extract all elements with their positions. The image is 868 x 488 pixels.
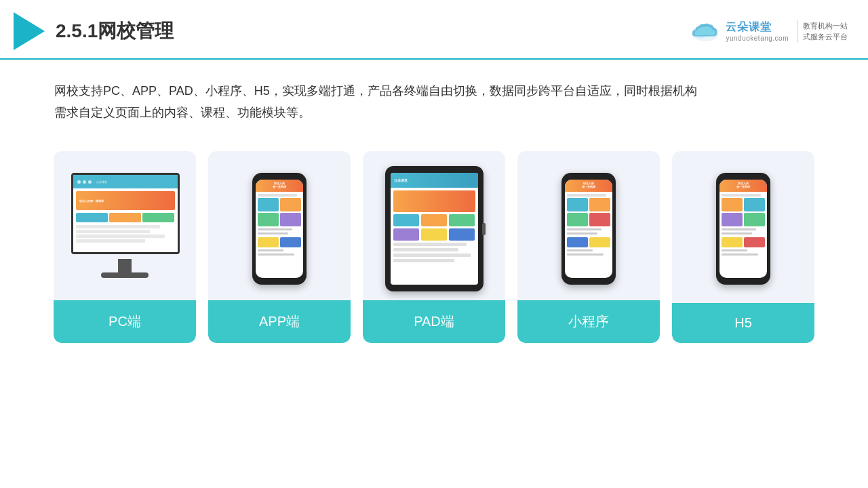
card-miniapp: 职达人的第一堂网课 [517, 151, 660, 343]
card-pc: 云朵课堂 职达人的第一堂网课 [54, 151, 196, 343]
brand-slogan: 教育机构一站式服务云平台 [797, 20, 848, 43]
phone-mockup-h5: 职达人的第一堂网课 [716, 173, 770, 285]
card-pc-label: PC端 [54, 300, 196, 343]
tablet-mockup: 云朵课堂 [385, 166, 484, 291]
card-pad-label: PAD端 [363, 300, 505, 343]
description-text: 网校支持PC、APP、PAD、小程序、H5，实现多端打通，产品各终端自由切换，数… [54, 80, 814, 124]
card-app-label: APP端 [208, 300, 351, 343]
page-header: 2.5.1网校管理 云朵课堂 yunduoketang.com 教育机构一站式服… [0, 0, 868, 60]
brand-domain: yunduoketang.com [726, 35, 789, 42]
brand-name: 云朵课堂 [726, 20, 772, 35]
card-app-image: 职达人的第一堂网课 [208, 151, 351, 300]
card-pc-image: 云朵课堂 职达人的第一堂网课 [54, 151, 196, 300]
card-h5: 职达人的第一堂网课 [672, 151, 814, 343]
card-h5-image: 职达人的第一堂网课 [672, 151, 814, 300]
page-title: 2.5.1网校管理 [56, 18, 174, 44]
brand-text: 云朵课堂 yunduoketang.com [726, 20, 789, 42]
cloud-icon [689, 19, 722, 43]
description-section: 网校支持PC、APP、PAD、小程序、H5，实现多端打通，产品各终端自由切换，数… [0, 60, 868, 138]
brand-logo: 云朵课堂 yunduoketang.com 教育机构一站式服务云平台 [689, 19, 848, 43]
card-pad: 云朵课堂 [363, 151, 505, 343]
card-miniapp-label: 小程序 [517, 300, 660, 343]
card-miniapp-image: 职达人的第一堂网课 [517, 151, 660, 300]
card-h5-label: H5 [672, 303, 814, 343]
header-left: 2.5.1网校管理 [14, 12, 174, 50]
logo-triangle-icon [14, 12, 45, 50]
platform-cards: 云朵课堂 职达人的第一堂网课 [0, 138, 868, 343]
card-pad-image: 云朵课堂 [363, 151, 505, 300]
phone-mockup-miniapp: 职达人的第一堂网课 [561, 173, 616, 285]
phone-mockup-app: 职达人的第一堂网课 [252, 173, 307, 285]
pc-monitor-mockup: 云朵课堂 职达人的第一堂网课 [66, 173, 184, 285]
card-app: 职达人的第一堂网课 [208, 151, 351, 343]
